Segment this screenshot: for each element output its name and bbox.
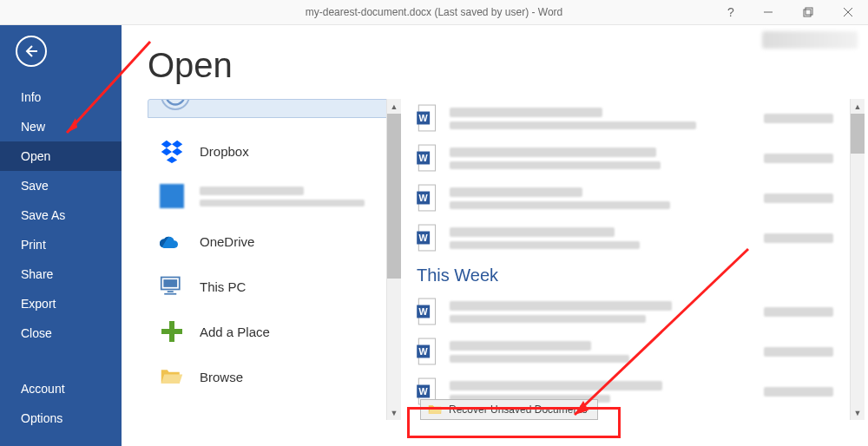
help-button[interactable]: ?	[713, 0, 748, 24]
this-pc-icon	[160, 274, 184, 298]
recent-file-list: WWWWThis WeekWWW Recover Unsaved Documen…	[417, 99, 868, 420]
nav-new[interactable]: New	[0, 112, 122, 141]
open-panel: Open Recent Dropbox	[122, 25, 868, 446]
minimize-button[interactable]	[748, 0, 788, 24]
nav-account[interactable]: Account	[0, 374, 122, 403]
scroll-up-icon[interactable]: ▲	[851, 99, 865, 114]
svg-text:W: W	[419, 306, 429, 317]
places-list: Recent Dropbox	[148, 99, 399, 420]
dropbox-icon	[160, 139, 184, 163]
place-label: Browse	[200, 370, 243, 384]
place-account-blurred[interactable]	[148, 174, 399, 219]
svg-rect-1	[804, 10, 811, 16]
place-this-pc[interactable]: This PC	[148, 264, 399, 309]
section-heading: This Week	[417, 266, 868, 285]
nav-export[interactable]: Export	[0, 289, 122, 318]
svg-rect-12	[161, 329, 182, 334]
word-doc-icon: W	[417, 104, 439, 132]
scroll-up-icon[interactable]: ▲	[387, 99, 401, 114]
folder-icon	[428, 403, 442, 416]
word-doc-icon: W	[417, 224, 439, 252]
close-button[interactable]	[828, 0, 868, 24]
svg-text:W: W	[419, 193, 429, 203]
restore-button[interactable]	[788, 0, 828, 24]
svg-rect-9	[168, 291, 174, 292]
place-label: Add a Place	[200, 325, 270, 339]
place-label: OneDrive	[200, 234, 254, 249]
place-browse[interactable]: Browse	[148, 354, 399, 399]
backstage-nav: Info New Open Save Save As Print Share E…	[0, 25, 122, 446]
scroll-thumb[interactable]	[851, 114, 865, 154]
place-recent[interactable]: Recent	[148, 99, 399, 118]
nav-info[interactable]: Info	[0, 82, 122, 112]
svg-rect-8	[163, 279, 177, 287]
scroll-thumb[interactable]	[387, 114, 401, 279]
place-add-a-place[interactable]: Add a Place	[148, 309, 399, 354]
nav-save-as[interactable]: Save As	[0, 200, 122, 230]
word-doc-icon: W	[417, 144, 439, 172]
back-button[interactable]	[16, 36, 47, 67]
svg-text:W: W	[419, 386, 429, 397]
nav-open[interactable]: Open	[0, 141, 122, 171]
folder-open-icon	[160, 364, 184, 389]
place-dropbox[interactable]: Dropbox	[148, 128, 399, 174]
filelist-scrollbar[interactable]: ▲ ▼	[850, 99, 865, 420]
file-row[interactable]: W	[417, 219, 868, 259]
word-doc-icon: W	[417, 298, 439, 325]
onedrive-icon	[160, 229, 184, 253]
file-row[interactable]: W	[417, 99, 868, 139]
window-buttons: ?	[713, 0, 868, 24]
nav-options[interactable]: Options	[0, 403, 122, 433]
account-icon	[160, 184, 184, 208]
place-onedrive[interactable]: OneDrive	[148, 219, 399, 264]
word-doc-icon: W	[417, 184, 439, 212]
place-label: This PC	[200, 279, 246, 294]
places-scrollbar[interactable]: ▲ ▼	[386, 99, 401, 420]
recover-label: Recover Unsaved Documents	[449, 403, 587, 416]
svg-text:W: W	[419, 113, 429, 123]
title-bar: my-dearest-document.docx (Last saved by …	[0, 0, 868, 25]
nav-save[interactable]: Save	[0, 171, 122, 200]
clock-icon	[163, 99, 187, 108]
file-row[interactable]: W	[417, 179, 868, 219]
nav-share[interactable]: Share	[0, 259, 122, 289]
scroll-down-icon[interactable]: ▼	[851, 405, 865, 420]
nav-print[interactable]: Print	[0, 230, 122, 259]
word-doc-icon: W	[417, 338, 439, 365]
svg-text:W: W	[419, 233, 429, 243]
recover-unsaved-button[interactable]: Recover Unsaved Documents	[420, 399, 598, 420]
scroll-down-icon[interactable]: ▼	[387, 405, 401, 420]
file-row[interactable]: W	[417, 139, 868, 179]
svg-point-6	[167, 99, 185, 105]
nav-close[interactable]: Close	[0, 318, 122, 348]
svg-text:W: W	[419, 153, 429, 163]
svg-rect-10	[164, 293, 176, 295]
svg-text:W: W	[419, 346, 429, 357]
place-label: Dropbox	[200, 144, 249, 159]
svg-rect-2	[806, 8, 812, 15]
file-row[interactable]: W	[417, 292, 868, 332]
plus-icon	[160, 319, 184, 344]
file-row[interactable]: W	[417, 332, 868, 372]
page-title: Open	[148, 46, 868, 85]
